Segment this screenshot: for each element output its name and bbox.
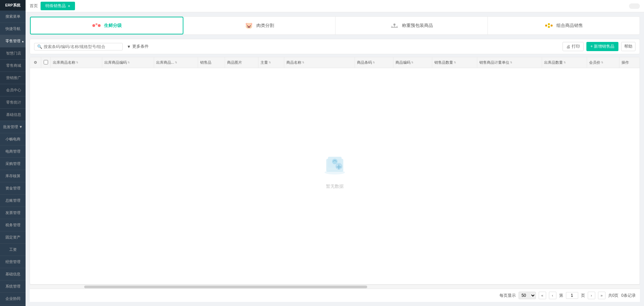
page-number-input[interactable]	[566, 292, 578, 299]
page-label: 第	[559, 293, 563, 299]
th-sale-qty[interactable]: 销售品数量⇅	[432, 57, 477, 68]
filter-button[interactable]: ▼ 更多条件	[127, 44, 149, 49]
th-member-price[interactable]: 会员价⇅	[587, 57, 619, 68]
sidebar-item-finance-mgmt[interactable]: 资金管理	[0, 182, 26, 195]
home-link[interactable]: 首页	[30, 3, 38, 9]
fresh-tab-icon	[92, 22, 101, 29]
page-suffix: 页	[581, 293, 585, 299]
sort-arrows-product-code: ⇅	[411, 61, 414, 64]
sidebar-item-tax-mgmt[interactable]: 税务管理	[0, 219, 26, 231]
sidebar-item-invoice-mgmt[interactable]: 发票管理	[0, 207, 26, 219]
sidebar-item-ecommerce-mgmt[interactable]: 电商管理	[0, 146, 26, 158]
th-out-qty[interactable]: 出库品数量⇅	[542, 57, 587, 68]
svg-point-10	[551, 25, 553, 27]
last-page-button[interactable]: »	[598, 292, 605, 299]
cat-tab-meat-label: 肉类分割	[256, 22, 274, 29]
th-sale-unit[interactable]: 销售商品计量单位⇅	[477, 57, 542, 68]
sort-arrows-main-qty: ⇅	[269, 61, 271, 64]
cat-tab-combo[interactable]: 组合商品销售	[488, 17, 640, 34]
th-main-qty[interactable]: 主量⇅	[258, 57, 284, 68]
scrollbar-thumb[interactable]	[84, 286, 367, 288]
sidebar-item-payroll[interactable]: 工资	[0, 244, 26, 256]
sidebar-item-quick-nav[interactable]: 快捷导航	[0, 23, 26, 35]
sidebar-item-inventory[interactable]: 库存核算	[0, 170, 26, 182]
svg-point-8	[545, 25, 547, 27]
main-content: 首页 特殊销售品 × 生鲜分级	[26, 0, 644, 306]
select-all-checkbox[interactable]	[44, 60, 48, 64]
cat-tab-weigh-label: 称重预包装商品	[402, 22, 433, 29]
per-page-select[interactable]: 50 10 20 100	[519, 292, 536, 299]
app-logo: ERP系统	[0, 0, 26, 11]
per-page-label: 每页显示	[499, 293, 516, 299]
meat-tab-icon: 🐷	[244, 22, 254, 29]
sort-arrows-member-price: ⇅	[601, 61, 603, 64]
active-tab[interactable]: 特殊销售品 ×	[41, 2, 75, 10]
sidebar-item-operations-mgmt[interactable]: 经营管理	[0, 256, 26, 268]
combo-tab-icon	[544, 22, 554, 29]
cat-tab-fresh[interactable]: 生鲜分级	[30, 17, 183, 34]
sort-arrows-out-qty: ⇅	[564, 61, 566, 64]
search-input[interactable]	[44, 44, 119, 49]
th-product-code[interactable]: 商品编码⇅	[393, 57, 432, 68]
weigh-tab-icon	[390, 22, 399, 29]
sidebar-item-fixed-assets[interactable]: 固定资产	[0, 231, 26, 244]
sidebar-item-ledger-mgmt[interactable]: 总账管理	[0, 195, 26, 207]
th-out-code[interactable]: 出库商品编码⇅	[102, 57, 154, 68]
topbar: 首页 特殊销售品 ×	[26, 0, 644, 12]
sidebar-item-marketing[interactable]: 营销推广	[0, 72, 26, 84]
svg-point-11	[548, 26, 550, 28]
total-pages: 共0页	[608, 293, 619, 299]
sort-arrows-sale-unit: ⇅	[510, 61, 512, 64]
sidebar-item-system-mgmt[interactable]: 系统管理	[0, 280, 26, 293]
th-gear[interactable]: ⚙	[30, 57, 41, 68]
filter-icon: ▼	[127, 44, 131, 49]
new-product-button[interactable]: + 新增销售品	[586, 42, 618, 51]
first-page-button[interactable]: «	[539, 292, 546, 299]
sidebar-item-ecommerce[interactable]: 小畅电商	[0, 133, 26, 146]
category-tabs: 生鲜分级 🐷 肉类分割 称重预包装商品	[30, 16, 640, 35]
sidebar-item-purchase-mgmt[interactable]: 采购管理	[0, 158, 26, 170]
search-box[interactable]: 🔍	[34, 43, 123, 50]
cat-tab-meat[interactable]: 🐷 肉类分割	[183, 17, 336, 34]
sidebar-item-retail-mall[interactable]: 零售商城	[0, 60, 26, 72]
svg-point-15	[332, 159, 338, 164]
data-table: ⚙ 出库商品名称⇅ 出库商品编码⇅ 出库商品...⇅	[30, 57, 640, 68]
th-barcode[interactable]: 商品条码⇅	[355, 57, 393, 68]
th-out-spec[interactable]: 出库商品...⇅	[154, 57, 198, 68]
active-tab-label: 特殊销售品	[45, 3, 66, 9]
horizontal-scrollbar[interactable]	[30, 285, 640, 289]
svg-point-1	[95, 23, 98, 25]
sidebar-item-enterprise-collab[interactable]: 企业协同	[0, 293, 26, 305]
cat-tab-weigh[interactable]: 称重预包装商品	[335, 17, 488, 34]
print-button[interactable]: 🖨 打印	[563, 42, 584, 51]
sidebar-item-wholesale-mgmt[interactable]: 批发管理	[0, 121, 26, 133]
cat-tab-fresh-label: 生鲜分级	[104, 22, 122, 29]
sidebar: ERP系统 搜索菜单 快捷导航 零售管理 智慧门店 零售商城 营销推广 会员中心…	[0, 0, 26, 306]
sidebar-item-search-menu[interactable]: 搜索菜单	[0, 11, 26, 23]
th-out-name[interactable]: 出库商品名称⇅	[50, 57, 102, 68]
sidebar-item-member-center[interactable]: 会员中心	[0, 84, 26, 96]
empty-icon	[321, 152, 348, 181]
sidebar-item-retail-stats[interactable]: 零售统计	[0, 96, 26, 109]
data-table-wrapper: ⚙ 出库商品名称⇅ 出库商品编码⇅ 出库商品...⇅	[30, 57, 640, 285]
th-sale-item: 销售品	[198, 57, 225, 68]
sidebar-item-retail-mgmt[interactable]: 零售管理	[0, 35, 26, 47]
toolbar-right: 🖨 打印 + 新增销售品 帮助	[563, 42, 635, 51]
sidebar-item-basic-info1[interactable]: 基础信息	[0, 109, 26, 121]
next-page-button[interactable]: ›	[588, 292, 595, 299]
svg-point-9	[548, 23, 550, 25]
th-product-name[interactable]: 商品名称⇅	[284, 57, 355, 68]
toolbar: 🔍 ▼ 更多条件 🖨 打印 + 新增销售品 帮助	[30, 39, 640, 54]
help-button[interactable]: 帮助	[621, 42, 635, 51]
sidebar-item-basic-info2[interactable]: 基础信息	[0, 268, 26, 280]
sidebar-item-smart-store[interactable]: 智慧门店	[0, 47, 26, 60]
close-tab-icon[interactable]: ×	[68, 4, 70, 9]
pagination-bar: 每页显示 50 10 20 100 « ‹ 第 页 › » 共0页 0	[30, 289, 640, 302]
th-check[interactable]	[41, 57, 50, 68]
search-icon: 🔍	[37, 44, 42, 49]
empty-state: 暂无数据	[321, 152, 348, 189]
th-action: 操作	[619, 57, 640, 68]
prev-page-button[interactable]: ‹	[549, 292, 556, 299]
page-content: 生鲜分级 🐷 肉类分割 称重预包装商品	[26, 12, 644, 306]
topbar-toggle[interactable]	[629, 3, 640, 9]
